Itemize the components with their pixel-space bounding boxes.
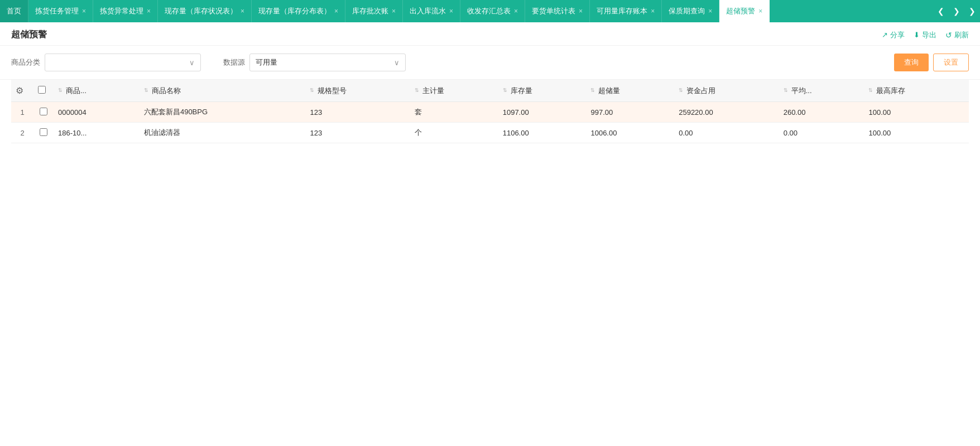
export-label: 导出 <box>922 30 936 40</box>
row-unit-1: 个 <box>410 123 498 143</box>
page-container: 超储预警 ↗ 分享 ⬇ 导出 ↺ 刷新 商品分类 ∨ 数据源 <box>0 22 980 446</box>
th-capital[interactable]: ⇅ 资金占用 <box>674 80 779 102</box>
filter-row: 商品分类 ∨ 数据源 可用量 ∨ 查询 设置 <box>0 46 980 80</box>
nav-close-stock-dist[interactable]: × <box>334 7 338 15</box>
page-title: 超储预警 <box>11 29 47 41</box>
th-gear: ⚙ <box>11 80 33 102</box>
row-checkbox-0[interactable] <box>40 108 47 115</box>
row-stock-1: 1106.00 <box>498 123 587 143</box>
nav-stock-status-label: 现存量（库存状况表） <box>165 6 237 16</box>
nav-quality[interactable]: 保质期查询 × <box>662 0 719 22</box>
table-header-row: ⚙ ⇅ 商品... ⇅ 商品名称 <box>11 80 969 102</box>
sort-code-icon: ⇅ <box>58 88 63 93</box>
nav-close-overstock[interactable]: × <box>758 7 762 15</box>
nav-available[interactable]: 可用量库存账本 × <box>590 0 662 22</box>
select-all-checkbox[interactable] <box>38 86 46 94</box>
top-navigation: 首页 拣货任务管理 × 拣货异常处理 × 现存量（库存状况表） × 现存量（库存… <box>0 0 980 22</box>
nav-home[interactable]: 首页 <box>0 0 28 22</box>
th-unit-label: 主计量 <box>422 86 444 96</box>
sort-maxstock-icon: ⇅ <box>868 88 873 93</box>
nav-close-abnormal[interactable]: × <box>147 7 151 15</box>
th-name-label: 商品名称 <box>152 86 181 96</box>
nav-inout[interactable]: 出入库流水 × <box>403 0 460 22</box>
nav-close-stock-status[interactable]: × <box>241 7 244 15</box>
th-unit[interactable]: ⇅ 主计量 <box>410 80 498 102</box>
row-avg-1: 0.00 <box>779 123 864 143</box>
nav-abnormal[interactable]: 拣货异常处理 × <box>93 0 158 22</box>
nav-close-quality[interactable]: × <box>708 7 712 15</box>
th-avg-label: 平均... <box>791 86 812 96</box>
nav-order-stat[interactable]: 要货单统计表 × <box>525 0 590 22</box>
row-maxstock-1: 100.00 <box>864 123 969 143</box>
column-settings-icon[interactable]: ⚙ <box>16 86 23 95</box>
sort-overstock-icon: ⇅ <box>590 88 595 93</box>
setting-button[interactable]: 设置 <box>933 54 969 71</box>
row-spec-0: 123 <box>305 102 410 123</box>
row-checkbox-cell-0 <box>33 102 54 123</box>
th-checkbox <box>33 80 54 102</box>
nav-task-mgmt-label: 拣货任务管理 <box>35 6 79 16</box>
th-code-label: 商品... <box>66 86 87 96</box>
nav-inout-label: 出入库流水 <box>410 6 446 16</box>
header-actions: ↗ 分享 ⬇ 导出 ↺ 刷新 <box>882 30 969 40</box>
nav-next-button[interactable]: ❯ <box>949 0 964 22</box>
nav-overstock-label: 超储预警 <box>726 6 755 16</box>
th-spec[interactable]: ⇅ 规格型号 <box>305 80 410 102</box>
nav-available-label: 可用量库存账本 <box>597 6 647 16</box>
share-label: 分享 <box>890 30 905 40</box>
datasource-select-arrow: ∨ <box>394 59 400 67</box>
nav-close-batch[interactable]: × <box>392 7 396 15</box>
row-name-1: 机油滤清器 <box>140 123 306 143</box>
nav-overstock[interactable]: 超储预警 × <box>719 0 770 22</box>
nav-stock-status[interactable]: 现存量（库存状况表） × <box>158 0 252 22</box>
row-overstock-0: 997.00 <box>586 102 674 123</box>
table-container: ⚙ ⇅ 商品... ⇅ 商品名称 <box>0 80 980 143</box>
nav-more-button[interactable]: ❯ <box>964 0 980 22</box>
category-select-arrow: ∨ <box>189 59 195 67</box>
nav-abnormal-label: 拣货异常处理 <box>100 6 143 16</box>
nav-close-available[interactable]: × <box>651 7 655 15</box>
th-avg[interactable]: ⇅ 平均... <box>779 80 864 102</box>
th-code[interactable]: ⇅ 商品... <box>54 80 140 102</box>
row-unit-0: 套 <box>410 102 498 123</box>
row-checkbox-cell-1 <box>33 123 54 143</box>
th-capital-label: 资金占用 <box>686 86 715 96</box>
th-maxstock-label: 最高库存 <box>876 86 905 96</box>
nav-task-mgmt[interactable]: 拣货任务管理 × <box>28 0 93 22</box>
nav-close-order-stat[interactable]: × <box>579 7 583 15</box>
nav-arrow-group: ❮ ❯ ❯ <box>933 0 980 22</box>
row-checkbox-1[interactable] <box>40 128 47 136</box>
nav-batch[interactable]: 库存批次账 × <box>345 0 403 22</box>
refresh-label: 刷新 <box>954 30 969 40</box>
nav-close-task-mgmt[interactable]: × <box>82 7 86 15</box>
nav-close-receive[interactable]: × <box>514 7 518 15</box>
th-overstock-label: 超储量 <box>598 86 620 96</box>
nav-prev-button[interactable]: ❮ <box>933 0 949 22</box>
row-overstock-1: 1006.00 <box>586 123 674 143</box>
sort-stock-icon: ⇅ <box>503 88 507 93</box>
th-name[interactable]: ⇅ 商品名称 <box>140 80 306 102</box>
sort-name-icon: ⇅ <box>144 88 148 93</box>
nav-receive[interactable]: 收发存汇总表 × <box>460 0 525 22</box>
datasource-filter-group: 数据源 可用量 ∨ <box>223 54 406 71</box>
refresh-link[interactable]: ↺ 刷新 <box>945 30 969 40</box>
nav-close-inout[interactable]: × <box>449 7 453 15</box>
nav-stock-dist-label: 现存量（库存分布表） <box>258 6 331 16</box>
row-num-0: 1 <box>11 102 33 123</box>
th-overstock[interactable]: ⇅ 超储量 <box>586 80 674 102</box>
sort-avg-icon: ⇅ <box>784 88 788 93</box>
query-button[interactable]: 查询 <box>894 54 929 71</box>
category-select[interactable]: ∨ <box>45 54 201 71</box>
nav-batch-label: 库存批次账 <box>352 6 388 16</box>
nav-stock-dist[interactable]: 现存量（库存分布表） × <box>252 0 345 22</box>
share-link[interactable]: ↗ 分享 <box>882 30 905 40</box>
row-stock-0: 1097.00 <box>498 102 587 123</box>
row-avg-0: 260.00 <box>779 102 864 123</box>
th-maxstock[interactable]: ⇅ 最高库存 <box>864 80 969 102</box>
row-name-0: 六配套新昌490BPG <box>140 102 306 123</box>
th-stock[interactable]: ⇅ 库存量 <box>498 80 587 102</box>
export-link[interactable]: ⬇ 导出 <box>914 30 936 40</box>
row-maxstock-0: 100.00 <box>864 102 969 123</box>
export-icon: ⬇ <box>914 31 920 39</box>
datasource-select[interactable]: 可用量 ∨ <box>249 54 406 71</box>
